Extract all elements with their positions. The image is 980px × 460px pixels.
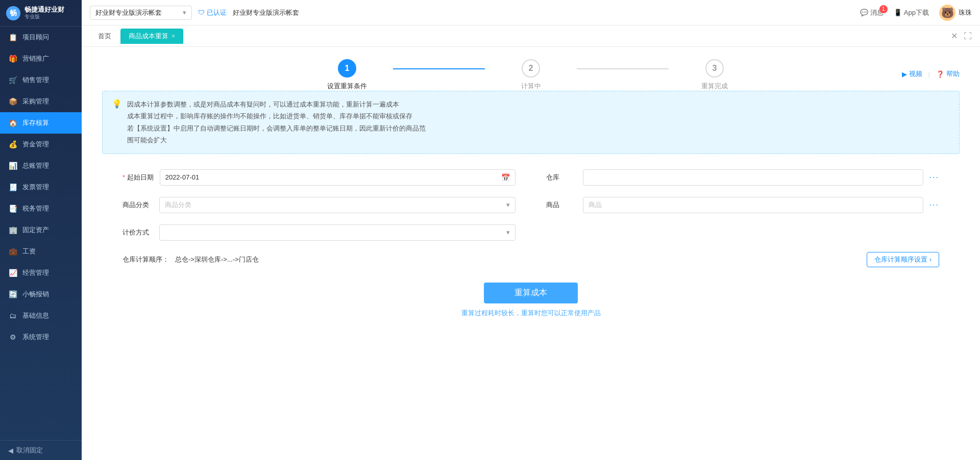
salary-icon: 💼 xyxy=(8,247,17,256)
divider: | xyxy=(928,70,930,78)
start-date-label: 起始日期 xyxy=(122,173,154,182)
notice-box: 💡 因成本计算参数调整，或是对商品成本有疑问时，可以通过成本重算功能，重新计算一… xyxy=(102,91,960,154)
goods-label: 商品 xyxy=(546,200,577,210)
form-row-3: 计价方式 ▾ xyxy=(122,224,939,241)
topbar-right: 💬 消息 1 📱 App下载 🐻 珠珠 xyxy=(860,5,972,21)
basic-icon: 🗂 xyxy=(8,311,17,320)
sidebar-item-marketing[interactable]: 🎁 营销推广 xyxy=(0,48,82,69)
tab-close-icon[interactable]: × xyxy=(172,33,175,40)
sidebar-item-expense[interactable]: 🔄 小畅报销 xyxy=(0,284,82,305)
app-download-button[interactable]: 📱 App下载 xyxy=(894,8,929,17)
tax-icon: 📑 xyxy=(8,204,17,213)
form-section: 起始日期 2022-07-01 📅 仓库 ··· 商品分类 xyxy=(102,169,960,267)
warehouse-order-settings-button[interactable]: 仓库计算顺序设置 › xyxy=(867,252,939,267)
tab-home[interactable]: 首页 xyxy=(90,29,119,44)
form-row-2: 商品分类 商品分类 ▾ 商品 商品 ··· xyxy=(122,197,939,213)
shield-icon: 🛡 xyxy=(198,9,205,16)
step-line-2 xyxy=(577,68,669,69)
sidebar-item-finance[interactable]: 💰 资金管理 xyxy=(0,134,82,155)
phone-icon: 📱 xyxy=(894,9,902,16)
sidebar: 畅 畅捷通好业财 专业版 📋 项目顾问 🎁 营销推广 🛒 销售管理 📦 采购管理… xyxy=(0,0,82,460)
sidebar-item-system[interactable]: ⚙ 系统管理 xyxy=(0,326,82,348)
sidebar-item-accounting[interactable]: 📊 总账管理 xyxy=(0,155,82,176)
step-line-1 xyxy=(393,68,485,69)
start-date-value: 2022-07-01 xyxy=(165,173,497,181)
category-placeholder: 商品分类 xyxy=(165,200,502,210)
message-badge: 1 xyxy=(879,5,888,13)
sidebar-item-purchase[interactable]: 📦 采购管理 xyxy=(0,91,82,112)
tab-cost-recalc[interactable]: 商品成本重算 × xyxy=(120,29,183,44)
warehouse-more-icon[interactable]: ··· xyxy=(929,173,939,182)
company-name: 好业财专业版演示帐套 xyxy=(233,8,299,17)
pricing-field: 计价方式 ▾ xyxy=(122,224,516,241)
logo-icon: 畅 xyxy=(6,6,20,20)
goods-field: 商品 商品 ··· xyxy=(546,197,939,213)
help-button[interactable]: ❓ 帮助 xyxy=(936,69,960,79)
pricing-label: 计价方式 xyxy=(122,228,153,237)
category-label: 商品分类 xyxy=(122,200,153,210)
account-selector[interactable]: 好业财专业版演示帐套 ▾ xyxy=(90,6,192,20)
page-content: 1 设置重算条件 2 计算中 3 重算完成 xyxy=(82,47,980,460)
category-select[interactable]: 商品分类 ▾ xyxy=(159,197,516,213)
steps-row: 1 设置重算条件 2 计算中 3 重算完成 xyxy=(301,59,761,91)
sidebar-logo: 畅 畅捷通好业财 专业版 xyxy=(0,0,82,27)
goods-more-icon[interactable]: ··· xyxy=(929,200,939,210)
sidebar-item-basic[interactable]: 🗂 基础信息 xyxy=(0,305,82,326)
sidebar-item-invoice[interactable]: 🧾 发票管理 xyxy=(0,176,82,198)
category-field: 商品分类 商品分类 ▾ xyxy=(122,197,516,213)
sidebar-item-project[interactable]: 📋 项目顾问 xyxy=(0,27,82,48)
sidebar-item-sales[interactable]: 🛒 销售管理 xyxy=(0,69,82,91)
message-button[interactable]: 💬 消息 1 xyxy=(860,8,884,17)
accounting-icon: 📊 xyxy=(8,161,17,170)
sidebar-item-salary[interactable]: 💼 工资 xyxy=(0,241,82,262)
main-area: 好业财专业版演示帐套 ▾ 🛡 已认证 好业财专业版演示帐套 💬 消息 1 📱 A… xyxy=(82,0,980,460)
project-icon: 📋 xyxy=(8,33,17,42)
sales-icon: 🛒 xyxy=(8,75,17,85)
account-chevron-icon: ▾ xyxy=(183,9,186,16)
close-window-icon[interactable]: ✕ xyxy=(951,31,958,41)
step-3-circle: 3 xyxy=(705,59,724,78)
goods-input[interactable]: 商品 xyxy=(583,197,923,213)
invoice-icon: 🧾 xyxy=(8,183,17,192)
account-name: 好业财专业版演示帐套 xyxy=(95,8,162,17)
start-date-input[interactable]: 2022-07-01 📅 xyxy=(160,169,516,186)
user-name: 珠珠 xyxy=(959,8,972,17)
unpin-button[interactable]: ◀ 取消固定 xyxy=(0,440,82,460)
goods-placeholder: 商品 xyxy=(589,200,918,210)
recalc-button[interactable]: 重算成本 xyxy=(484,283,578,303)
video-button[interactable]: ▶ 视频 xyxy=(902,69,922,79)
pricing-arrow-icon: ▾ xyxy=(506,228,510,236)
tab-home-label: 首页 xyxy=(98,32,111,41)
sidebar-item-assets[interactable]: 🏢 固定资产 xyxy=(0,219,82,241)
finance-icon: 💰 xyxy=(8,140,17,149)
step-2: 2 计算中 xyxy=(485,59,577,91)
tabs-bar: 首页 商品成本重算 × ✕ ⛶ xyxy=(82,25,980,47)
warning-icon: 💡 xyxy=(112,99,122,146)
start-date-field: 起始日期 2022-07-01 📅 xyxy=(122,169,516,186)
tab-active-label: 商品成本重算 xyxy=(129,32,168,41)
warehouse-field: 仓库 ··· xyxy=(546,169,939,186)
sidebar-item-inventory[interactable]: 🏠 库存核算 xyxy=(0,112,82,134)
help-icon: ❓ xyxy=(936,70,944,78)
calendar-icon[interactable]: 📅 xyxy=(501,173,510,182)
notice-text: 因成本计算参数调整，或是对商品成本有疑问时，可以通过成本重算功能，重新计算一遍成… xyxy=(127,98,426,146)
recalc-note: 重算过程耗时较长，重算时您可以正常使用产品 xyxy=(461,309,601,318)
unpin-icon: ◀ xyxy=(8,447,13,454)
steps-section: 1 设置重算条件 2 计算中 3 重算完成 xyxy=(102,59,960,91)
user-menu[interactable]: 🐻 珠珠 xyxy=(939,5,972,21)
warehouse-input[interactable] xyxy=(583,169,923,186)
sidebar-item-operation[interactable]: 📈 经营管理 xyxy=(0,262,82,284)
verified-badge: 🛡 已认证 xyxy=(198,8,227,17)
step-1-circle: 1 xyxy=(338,59,356,78)
expand-icon[interactable]: ⛶ xyxy=(964,32,972,41)
sidebar-item-tax[interactable]: 📑 税务管理 xyxy=(0,198,82,219)
step-2-label: 计算中 xyxy=(521,82,541,91)
step-1: 1 设置重算条件 xyxy=(301,59,393,91)
step-help-area: ▶ 视频 | ❓ 帮助 xyxy=(902,69,960,79)
warehouse-order-row: 仓库计算顺序： 总仓->深圳仓库->...->门店仓 仓库计算顺序设置 › xyxy=(122,252,939,267)
avatar: 🐻 xyxy=(939,5,955,21)
step-3-label: 重算完成 xyxy=(701,82,728,91)
pricing-select[interactable]: ▾ xyxy=(159,224,516,241)
recalc-section: 重算成本 重算过程耗时较长，重算时您可以正常使用产品 xyxy=(102,283,960,318)
step-1-label: 设置重算条件 xyxy=(327,82,367,91)
